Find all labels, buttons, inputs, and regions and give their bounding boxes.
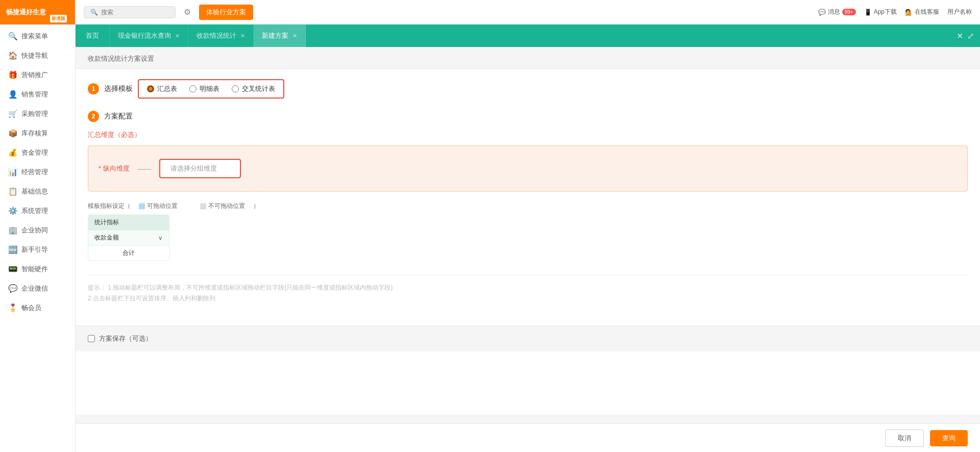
msg-badge: 99+ [842, 9, 856, 15]
page-content: 1 选择模板 汇总表 明细表 [76, 69, 980, 415]
sidebar-item-sales[interactable]: 👤 销售管理 [0, 85, 75, 104]
tab-receipt-stats-label: 收款情况统计 [197, 31, 236, 40]
tab-home[interactable]: 首页 [76, 25, 110, 47]
sidebar-item-quick-nav[interactable]: 🏠 快捷导航 [0, 46, 75, 65]
sidebar-item-purchase[interactable]: 🛒 采购管理 [0, 104, 75, 124]
search-menu-icon: 🔍 [8, 32, 17, 41]
metric-amount-label: 收款金额 [94, 233, 158, 242]
logo-text: 畅捷通好生意 [6, 8, 46, 16]
sidebar-item-wechat[interactable]: 💬 企业微信 [0, 279, 75, 298]
step2-block: 2 方案配置 汇总维度（必选） * 纵向维度 —— 请选择分组维度 [88, 111, 968, 303]
sidebar-item-member[interactable]: 🎖️ 畅会员 [0, 298, 75, 318]
sidebar-item-label: 采购管理 [21, 109, 48, 118]
dimension-placeholder: 请选择分组维度 [170, 164, 217, 172]
close-window-icon[interactable]: ✕ [957, 31, 963, 41]
breadcrumb-text: 收款情况统计方案设置 [88, 55, 154, 62]
radio-summary-input[interactable] [147, 85, 154, 92]
app-label: App下载 [874, 8, 897, 16]
metric-total: 合计 [88, 245, 169, 260]
sidebar-item-hardware[interactable]: 📟 智能硬件 [0, 259, 75, 279]
save-label: 方案保存（可选） [99, 334, 152, 343]
user-icon: 👤 [8, 90, 17, 99]
tab-bank-query-close[interactable]: ✕ [175, 33, 180, 39]
tips-section: 提示： 1.拖动标题栏可以调整布局，不可跨维度或指标区域拖动栏目字段(只能在同一… [88, 275, 968, 303]
tab-receipt-stats-close[interactable]: ✕ [240, 33, 245, 39]
chat-icon: 💬 [8, 284, 17, 293]
tab-bank-query-label: 现金银行流水查询 [118, 31, 171, 40]
radio-crosstab-label: 交叉统计表 [242, 84, 275, 93]
step1-block: 1 选择模板 汇总表 明细表 [88, 79, 968, 99]
metric-table: 统计指标 收款金额 ∨ 合计 [88, 215, 169, 261]
tab-bank-query[interactable]: 现金银行流水查询 ✕ [110, 25, 188, 47]
cancel-button[interactable]: 取消 [885, 430, 924, 447]
tabbar-right: ✕ ⤢ [950, 25, 980, 47]
tab-new-plan-close[interactable]: ✕ [292, 33, 297, 39]
sidebar-item-label: 企业微信 [21, 284, 48, 293]
sidebar-item-search-menu[interactable]: 🔍 搜索菜单 [0, 27, 75, 46]
sidebar-item-enterprise[interactable]: 🏢 企业协同 [0, 221, 75, 240]
dimension-arrow: —— [138, 165, 151, 173]
dimension-label-text: 汇总维度（必选） [88, 131, 141, 138]
service-btn[interactable]: 💁 在线客服 [905, 8, 939, 16]
sidebar-item-label: 快捷导航 [21, 51, 48, 60]
sidebar-item-finance[interactable]: 💰 资金管理 [0, 143, 75, 162]
sidebar-item-label: 基础信息 [21, 187, 48, 196]
metrics-config-label: 模板指标设定（ [88, 202, 131, 210]
step1-title: 选择模板 [104, 84, 133, 93]
radio-detail[interactable]: 明细表 [189, 84, 219, 93]
new-icon: 🆕 [8, 245, 17, 254]
metric-row-amount[interactable]: 收款金额 ∨ [88, 230, 169, 245]
sidebar-item-label: 经营管理 [21, 168, 48, 177]
app-btn[interactable]: 📱 App下载 [864, 8, 897, 16]
device-icon: 📟 [8, 265, 17, 274]
save-checkbox[interactable] [88, 335, 95, 342]
radio-crosstab[interactable]: 交叉统计表 [232, 84, 275, 93]
expand-window-icon[interactable]: ⤢ [967, 31, 974, 41]
tip2: 2.点击标题栏下拉可设置排序、插入列和删除列 [88, 294, 968, 303]
sidebar-item-label: 销售管理 [21, 90, 48, 99]
dimension-area: * 纵向维度 —— 请选择分组维度 [88, 146, 968, 192]
radio-crosstab-input[interactable] [232, 85, 239, 92]
legend-separator [186, 202, 192, 210]
tab-home-label: 首页 [86, 31, 99, 40]
vertical-dimension-label: * 纵向维度 [99, 164, 130, 173]
metric-dropdown-icon[interactable]: ∨ [158, 234, 163, 242]
query-button[interactable]: 查询 [930, 430, 968, 446]
search-input[interactable] [101, 9, 167, 16]
sidebar-item-system[interactable]: ⚙️ 系统管理 [0, 201, 75, 221]
topbar-actions: 💬 消息 99+ 📱 App下载 💁 在线客服 用户名称 [818, 8, 972, 16]
movable-dot [139, 203, 145, 209]
search-box[interactable]: 🔍 [84, 6, 176, 18]
dimension-selector[interactable]: 请选择分组维度 [159, 159, 241, 178]
money-icon: 💰 [8, 148, 17, 157]
box-icon: 📦 [8, 129, 17, 138]
tip1: 提示： 1.拖动标题栏可以调整布局，不可跨维度或指标区域拖动栏目字段(只能在同一… [88, 283, 968, 292]
radio-detail-input[interactable] [189, 85, 197, 92]
metrics-section-label: 统计指标 [94, 219, 119, 226]
sidebar-item-inventory[interactable]: 📦 库存核算 [0, 124, 75, 143]
sidebar-item-guide[interactable]: 🆕 新手引导 [0, 240, 75, 259]
settings-icon[interactable]: ⚙ [184, 7, 191, 17]
page-breadcrumb: 收款情况统计方案设置 [76, 47, 980, 69]
msg-btn[interactable]: 💬 消息 99+ [818, 8, 856, 16]
search-icon: 🔍 [90, 9, 98, 16]
app-icon: 📱 [864, 9, 872, 16]
step2-badge: 2 [88, 111, 99, 122]
username: 用户名称 [947, 8, 972, 16]
sidebar-item-basic-info[interactable]: 📋 基础信息 [0, 182, 75, 201]
building-icon: 🏢 [8, 226, 17, 235]
step2-title: 方案配置 [104, 112, 133, 121]
fixed-label: 不可拖动位置 [208, 202, 245, 210]
industry-btn[interactable]: 体验行业方案 [199, 5, 253, 20]
tab-new-plan[interactable]: 新建方案 ✕ [254, 25, 306, 47]
step2-header: 2 方案配置 [88, 111, 968, 122]
sidebar-item-label: 畅会员 [21, 303, 41, 313]
sidebar-item-operation[interactable]: 📊 经营管理 [0, 162, 75, 182]
tab-receipt-stats[interactable]: 收款情况统计 ✕ [188, 25, 254, 47]
bottom-bar: 取消 查询 [76, 423, 980, 452]
radio-summary[interactable]: 汇总表 [147, 84, 177, 93]
service-label: 在线客服 [915, 8, 939, 16]
sidebar-item-marketing[interactable]: 🎁 营销推广 [0, 65, 75, 85]
logo-badge: 标准版 [50, 15, 67, 22]
topbar: 🔍 ⚙ 体验行业方案 💬 消息 99+ 📱 App下载 💁 在线客服 用户名称 [76, 0, 980, 25]
